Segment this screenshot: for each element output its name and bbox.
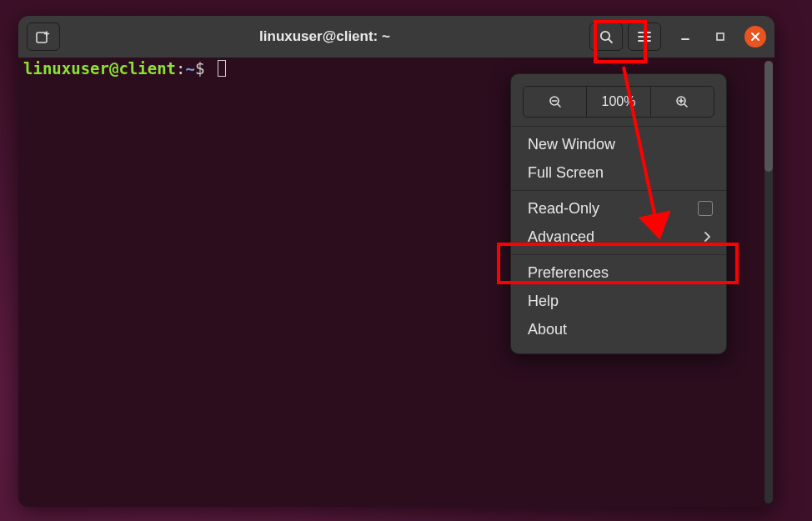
menu-item-label: About [528,321,567,338]
menu-item-full-screen[interactable]: Full Screen [511,158,726,187]
scrollbar-thumb[interactable] [764,61,773,172]
close-button[interactable] [744,26,766,48]
menu-item-label: Advanced [528,228,594,246]
maximize-button[interactable] [709,26,731,48]
new-tab-button[interactable] [27,23,60,51]
maximize-icon [714,31,726,43]
menu-item-advanced[interactable]: Advanced [511,223,726,251]
hamburger-icon [637,31,652,43]
titlebar: linuxuser@client: ~ [18,16,774,58]
menu-separator [511,254,726,255]
app-menu-popover: 100% New Window Full Screen Read-Only Ad… [510,73,727,354]
menu-item-read-only[interactable]: Read-Only [511,194,726,223]
svg-rect-7 [717,33,724,40]
prompt-user: linuxuser@client [23,59,176,78]
minimize-icon [679,31,691,43]
menu-item-help[interactable]: Help [511,287,726,315]
prompt-colon: : [176,59,185,78]
zoom-in-icon [674,94,689,109]
menu-item-new-window[interactable]: New Window [511,130,726,158]
svg-line-2 [609,39,612,43]
menu-item-label: Help [528,293,559,310]
submenu-caret-icon [704,232,711,242]
minimize-button[interactable] [674,26,696,48]
menu-item-label: Read-Only [528,200,599,218]
prompt-path: ~ [185,59,194,78]
close-icon [750,32,760,42]
menu-item-label: Preferences [528,264,609,282]
menu-separator [511,190,726,191]
svg-line-12 [558,104,560,107]
hamburger-menu-button[interactable] [628,23,661,51]
menu-item-about[interactable]: About [511,315,726,343]
zoom-out-icon [548,94,563,109]
menu-item-preferences[interactable]: Preferences [511,258,726,287]
window-title: linuxuser@client: ~ [259,28,390,44]
menu-item-label: Full Screen [528,164,604,182]
menu-separator [511,126,726,127]
zoom-in-button[interactable] [650,86,714,118]
new-tab-icon [36,30,51,43]
zoom-out-button[interactable] [523,86,587,118]
search-button[interactable] [589,23,623,51]
svg-line-16 [684,104,687,107]
scrollbar[interactable] [764,61,773,503]
search-icon [599,29,614,44]
zoom-controls: 100% [523,86,714,118]
prompt-symbol: $ [195,59,204,78]
cursor [218,60,226,77]
zoom-level-display[interactable]: 100% [587,86,649,118]
menu-item-label: New Window [528,136,615,153]
checkbox-icon [698,201,713,216]
